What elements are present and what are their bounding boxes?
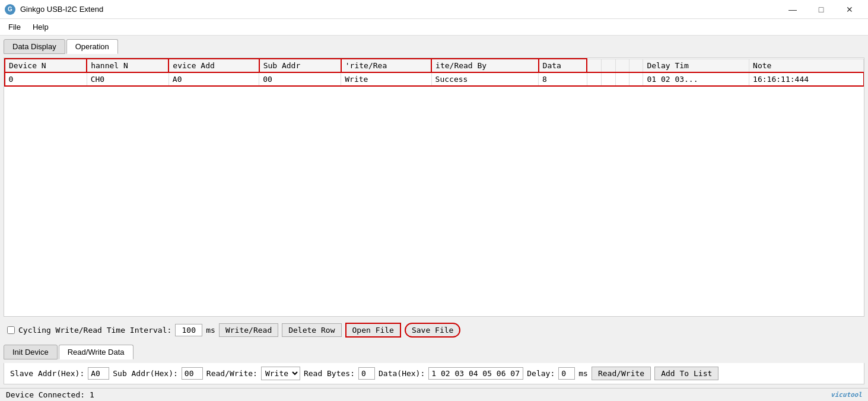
bottom-read-write-button[interactable]: Read/Write (592, 367, 651, 380)
save-file-button[interactable]: Save File (405, 323, 460, 338)
col-data: Data (539, 59, 587, 72)
cell-9 (602, 72, 615, 86)
cell-status: Success (431, 72, 538, 86)
col-10 (615, 59, 629, 72)
table-container: Device N hannel N evice Add Sub Addr 'ri… (4, 58, 864, 316)
data-input[interactable] (428, 367, 523, 380)
col-delay-time: Delay Tim (643, 59, 749, 72)
table-row: 0 CH0 A0 00 Write Success 8 01 02 03... … (5, 72, 864, 86)
top-tab-strip: Data Display Operation (4, 39, 864, 54)
slave-addr-label: Slave Addr(Hex): (10, 369, 84, 378)
status-bar: Device Connected: 1 vicutool (0, 388, 868, 401)
device-status: Device Connected: 1 (6, 390, 94, 399)
cell-11 (629, 72, 643, 86)
open-file-button[interactable]: Open File (345, 323, 401, 338)
delay-input[interactable] (558, 367, 575, 380)
tab-data-display[interactable]: Data Display (4, 39, 65, 54)
read-write-label: Read/Write: (206, 369, 257, 378)
delete-row-button[interactable]: Delete Row (282, 323, 341, 337)
menu-bar: File Help (0, 19, 868, 36)
cell-write-read: Write (341, 72, 431, 86)
add-to-list-button[interactable]: Add To List (654, 367, 718, 380)
data-table: Device N hannel N evice Add Sub Addr 'ri… (4, 58, 864, 86)
col-sub-addr: Sub Addr (259, 59, 341, 72)
col-device-num: Device N (5, 59, 87, 72)
cycling-checkbox[interactable] (7, 326, 15, 334)
bottom-controls: Slave Addr(Hex): Sub Addr(Hex): Read/Wri… (4, 363, 864, 384)
delay-label: Delay: (527, 369, 555, 378)
cell-delay-time: 01 02 03... (643, 72, 749, 86)
col-channel: hannel N (87, 59, 168, 72)
interval-input[interactable] (175, 324, 202, 336)
main-content: Data Display Operation Device N hannel N… (0, 36, 868, 388)
menu-file[interactable]: File (2, 21, 27, 33)
read-bytes-input[interactable] (358, 367, 375, 380)
col-device-addr: evice Add (168, 59, 259, 72)
brand-logo: vicutool (831, 391, 862, 399)
cell-8 (587, 72, 601, 86)
app-icon: G (5, 4, 15, 15)
tab-read-write-data[interactable]: Read/Write Data (59, 345, 133, 359)
interval-unit: ms (206, 326, 215, 335)
write-read-button[interactable]: Write/Read (219, 323, 278, 337)
window-controls: — □ ✕ (779, 0, 863, 19)
title-bar: G Ginkgo USB-I2C Extend — □ ✕ (0, 0, 868, 19)
minimize-button[interactable]: — (779, 0, 806, 19)
controls-bar: Cycling Write/Read Time Interval: ms Wri… (4, 320, 864, 340)
app-title: Ginkgo USB-I2C Extend (20, 5, 103, 14)
cycling-label: Cycling Write/Read Time Interval: (18, 326, 171, 335)
title-bar-left: G Ginkgo USB-I2C Extend (5, 4, 103, 15)
data-label: Data(Hex): (379, 369, 425, 378)
col-9 (602, 59, 615, 72)
tab-init-device[interactable]: Init Device (4, 345, 58, 359)
col-11 (629, 59, 643, 72)
slave-addr-input[interactable] (88, 367, 109, 380)
close-button[interactable]: ✕ (836, 0, 863, 19)
cell-note: 16:16:11:444 (749, 72, 864, 86)
read-write-select[interactable]: Write Read (261, 367, 300, 380)
cell-channel: CH0 (87, 72, 168, 86)
maximize-button[interactable]: □ (807, 0, 835, 19)
col-note: Note (749, 59, 864, 72)
tab-operation[interactable]: Operation (66, 39, 118, 54)
sub-addr-input[interactable] (182, 367, 203, 380)
cell-10 (615, 72, 629, 86)
cell-data: 8 (539, 72, 587, 86)
col-write-read: 'rite/Rea (341, 59, 431, 72)
bottom-tab-strip: Init Device Read/Write Data (4, 345, 864, 359)
delay-unit: ms (578, 369, 588, 378)
read-bytes-label: Read Bytes: (304, 369, 355, 378)
cell-device-num: 0 (5, 72, 87, 86)
menu-help[interactable]: Help (27, 21, 55, 33)
cell-sub-addr: 00 (259, 72, 341, 86)
cell-device-addr: A0 (168, 72, 259, 86)
col-8 (587, 59, 601, 72)
col-status: ite/Read By (431, 59, 538, 72)
sub-addr-label: Sub Addr(Hex): (113, 369, 178, 378)
data-panel: Device N hannel N evice Add Sub Addr 'ri… (4, 58, 864, 317)
